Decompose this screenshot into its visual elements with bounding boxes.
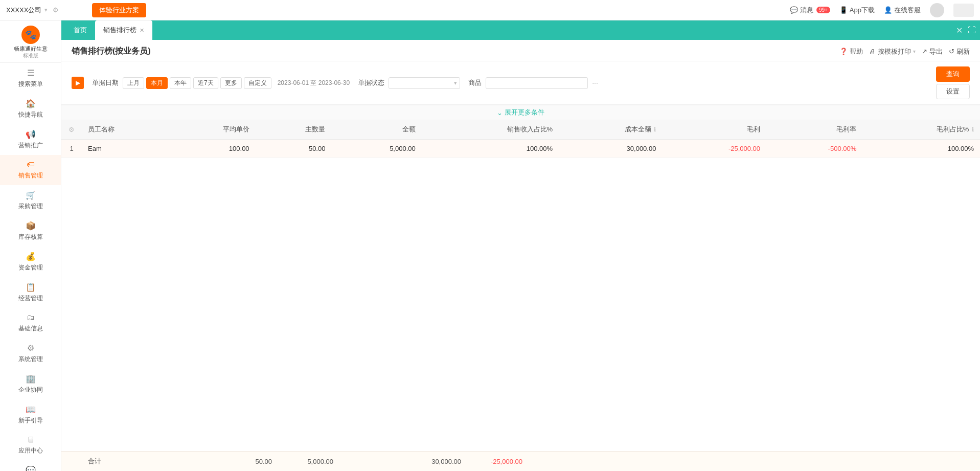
- filter-date-custom[interactable]: 自定义: [244, 77, 271, 89]
- cost-info-icon[interactable]: ℹ: [654, 126, 656, 132]
- topbar-right: 💬 消息 99+ 📱 App下载 👤 在线客服: [790, 3, 974, 17]
- sidebar-item-label-search: 搜索菜单: [18, 80, 43, 88]
- sidebar-item-label-finance: 资金管理: [18, 263, 43, 272]
- company-selector[interactable]: XXXXX公司 ▾ ⚙: [6, 6, 88, 15]
- sidebar-item-appstore[interactable]: 🖥 应用中心: [0, 430, 61, 460]
- page-actions: ❓ 帮助 🖨 按模板打印 ▾ ↗ 导出 ↺ 刷新: [839, 47, 970, 56]
- page-content: 销售排行榜(按业务员) ❓ 帮助 🖨 按模板打印 ▾ ↗ 导出: [61, 40, 980, 471]
- col-gross-rate: 毛利率: [766, 120, 862, 140]
- tab-maximize-icon[interactable]: ⛶: [968, 26, 976, 35]
- sidebar-item-sales[interactable]: 🏷 销售管理: [0, 155, 61, 185]
- sidebar-item-marketing[interactable]: 📢 营销推广: [0, 124, 61, 155]
- tab-home-label: 首页: [74, 26, 87, 35]
- filter-status-group: 单据状态: [358, 77, 460, 89]
- col-settings-icon[interactable]: ⚙: [69, 126, 75, 133]
- sidebar-item-label-sales: 销售管理: [18, 171, 43, 180]
- avatar[interactable]: [930, 3, 944, 17]
- sidebar-item-basic[interactable]: 🗂 基础信息: [0, 308, 61, 338]
- system-icon: ⚙: [27, 343, 34, 353]
- filter-goods-input[interactable]: [486, 77, 588, 89]
- enterprise-icon: 🏢: [26, 374, 36, 384]
- app-download-icon: 📱: [839, 6, 848, 14]
- filter-toggle-button[interactable]: ▶: [72, 77, 84, 89]
- sidebar-item-purchase[interactable]: 🛒 采购管理: [0, 185, 61, 216]
- online-service-item[interactable]: 👤 在线客服: [884, 6, 921, 15]
- col-sales-ratio: 销售收入占比%: [422, 120, 559, 140]
- filter-date-prev[interactable]: 上月: [123, 77, 144, 89]
- template-print-button[interactable]: 🖨 按模板打印 ▾: [869, 47, 916, 56]
- filter-date-more[interactable]: 更多: [220, 77, 242, 89]
- tab-close-icon[interactable]: ✕: [140, 27, 144, 34]
- filter-date-week[interactable]: 近7天: [193, 77, 218, 89]
- marketing-icon: 📢: [26, 129, 36, 139]
- tab-home[interactable]: 首页: [65, 20, 95, 40]
- app-download-label: App下载: [850, 6, 875, 15]
- sidebar-item-system[interactable]: ⚙ 系统管理: [0, 338, 61, 369]
- filter-goods-more-icon[interactable]: ···: [592, 79, 598, 87]
- message-item[interactable]: 💬 消息 99+: [790, 6, 830, 15]
- logo-text: 畅康通好生意: [14, 45, 48, 52]
- finance-icon: 💰: [26, 252, 36, 261]
- online-service-icon: 👤: [884, 6, 892, 14]
- sidebar-item-label-system: 系统管理: [18, 355, 43, 364]
- filter-goods-label: 商品: [468, 78, 482, 87]
- filter-action-buttons: 查询 设置: [936, 66, 970, 99]
- template-print-label: 按模板打印: [878, 47, 911, 56]
- export-button[interactable]: ↗ 导出: [922, 47, 943, 56]
- appstore-icon: 🖥: [27, 435, 35, 444]
- page-header: 销售排行榜(按业务员) ❓ 帮助 🖨 按模板打印 ▾ ↗ 导出: [61, 40, 980, 61]
- sidebar-item-finance[interactable]: 💰 资金管理: [0, 246, 61, 277]
- inventory-icon: 📦: [26, 221, 36, 231]
- settings-button[interactable]: 设置: [936, 84, 970, 99]
- filter-status-select[interactable]: [389, 77, 460, 89]
- print-icon: 🖨: [869, 48, 876, 55]
- help-label: 帮助: [850, 47, 863, 56]
- footer-quantity: 50.00: [221, 458, 272, 465]
- sidebar-item-label-guide: 新手引导: [18, 416, 43, 425]
- content-area: 首页 销售排行榜 ✕ ✕ ⛶ 销售排行榜(按业务员) ❓ 帮助: [61, 20, 980, 471]
- guide-icon: 📖: [26, 405, 36, 414]
- sidebar-item-inventory[interactable]: 📦 库存核算: [0, 216, 61, 246]
- page-title: 销售排行榜(按业务员): [72, 46, 151, 57]
- sidebar-item-enterprise[interactable]: 🏢 企业协同: [0, 369, 61, 399]
- expand-more-label: 展开更多条件: [505, 108, 544, 117]
- app-download-item[interactable]: 📱 App下载: [839, 6, 875, 15]
- refresh-label: 刷新: [956, 47, 970, 56]
- col-gross: 毛利: [662, 120, 766, 140]
- sidebar-item-search-order[interactable]: ☰ 搜索菜单: [0, 63, 61, 94]
- expand-more-button[interactable]: ⌄ 展开更多条件: [497, 108, 544, 117]
- gross-ratio-info-icon[interactable]: ℹ: [972, 126, 974, 132]
- refresh-button[interactable]: ↺ 刷新: [949, 47, 970, 56]
- query-button[interactable]: 查询: [936, 66, 970, 82]
- topbar: XXXXX公司 ▾ ⚙ 体验行业方案 💬 消息 99+ 📱 App下载 👤 在线…: [0, 0, 980, 20]
- company-name: XXXXX公司: [6, 6, 41, 15]
- sidebar: 🐾 畅康通好生意 标准版 ☰ 搜索菜单 🏠 快捷导航 📢 营销推广 🏷 销售管理…: [0, 20, 61, 471]
- filter-date-year[interactable]: 本年: [170, 77, 191, 89]
- filter-status-select-wrap: [389, 77, 460, 89]
- sidebar-item-quick-nav[interactable]: 🏠 快捷导航: [0, 94, 61, 124]
- sidebar-item-label-appstore: 应用中心: [18, 446, 43, 455]
- help-button[interactable]: ❓ 帮助: [839, 47, 863, 56]
- online-service-label: 在线客服: [894, 6, 921, 15]
- sidebar-item-label-operation: 经营管理: [18, 294, 43, 303]
- col-quantity: 主数量: [256, 120, 332, 140]
- col-settings: ⚙: [61, 120, 82, 140]
- table-footer: 合计 50.00 5,000.00 30,000.00 -25,000.00: [61, 451, 980, 471]
- tab-sales-ranking[interactable]: 销售排行榜 ✕: [95, 20, 152, 40]
- export-label: 导出: [929, 47, 943, 56]
- sidebar-item-label-marketing: 营销推广: [18, 141, 43, 150]
- trial-button[interactable]: 体验行业方案: [92, 3, 146, 17]
- settings-gear-icon[interactable]: ⚙: [53, 6, 59, 14]
- message-label: 消息: [800, 6, 813, 15]
- refresh-icon: ↺: [949, 48, 954, 55]
- col-gross-ratio: 毛利占比% ℹ: [862, 120, 980, 140]
- filter-date-group: 单据日期 上月 本月 本年 近7天 更多 自定义 2023-06-01 至 20…: [92, 77, 350, 89]
- sidebar-item-wechat[interactable]: 💬 企业微信: [0, 460, 61, 471]
- sidebar-item-guide[interactable]: 📖 新手引导: [0, 399, 61, 430]
- filter-toggle-icon: ▶: [76, 79, 80, 86]
- footer-label: 合计: [88, 457, 170, 466]
- sidebar-item-operation[interactable]: 📋 经营管理: [0, 277, 61, 308]
- logo-sub: 标准版: [23, 52, 38, 59]
- tab-close-window-icon[interactable]: ✕: [956, 26, 963, 35]
- filter-date-current[interactable]: 本月: [146, 77, 168, 89]
